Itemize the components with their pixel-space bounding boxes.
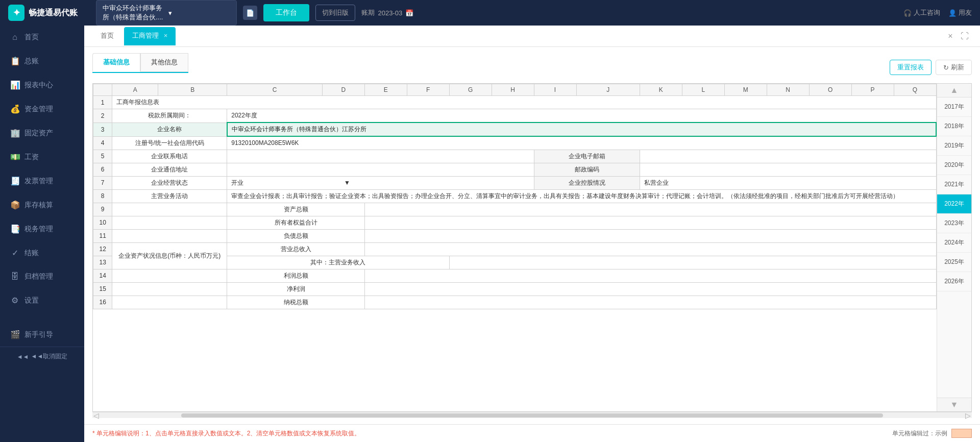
finance-icon: 💰 [10,104,19,114]
horizontal-scrollbar[interactable]: ◁ ▷ [92,412,972,418]
tax-value[interactable] [364,296,936,309]
col-header-h: H [492,84,534,96]
address-value[interactable] [227,163,534,176]
sidebar-item-label: 新手引导 [24,330,53,339]
profit-label: 利润总额 [227,269,365,282]
logo-icon: ✦ [8,5,24,21]
tab-home[interactable]: 首页 [92,27,122,45]
stock-info-label: 企业控股情况 [534,176,640,189]
r11-label [112,229,227,242]
company-selector[interactable]: 中审众环会计师事务所（特殊普通合伙.... ▾ [96,0,237,26]
sidebar-item-tax[interactable]: 📑 税务管理 [0,217,84,241]
year-panel-up[interactable]: ▲ [937,84,971,97]
row-number: 14 [93,269,112,282]
equity-value[interactable] [364,216,936,229]
year-item-2025[interactable]: 2025年 [937,253,971,272]
biz-status-value[interactable]: 开业 ▼ [227,176,534,189]
postcode-value[interactable] [640,163,936,176]
col-header-j: J [576,84,640,96]
sidebar-item-newguide[interactable]: 🎬 新手引导 [0,323,84,347]
reg-number-label: 注册号/统一社会信用代码 [112,136,227,150]
user-menu[interactable]: 👤 用友 [948,8,972,17]
sidebar-item-reports[interactable]: 📊 报表中心 [0,73,84,97]
workbench-button[interactable]: 工作台 [263,4,309,21]
col-header-f: F [407,84,449,96]
year-item-2019[interactable]: 2019年 [937,136,971,156]
table-title-cell[interactable]: 工商年报信息表 [112,96,936,109]
main-layout: ⌂ 首页 📋 总账 📊 报表中心 💰 资金管理 🏢 固定资产 💵 工资 🧾 发票… [0,26,980,442]
phone-value[interactable] [227,150,534,163]
home-icon: ⌂ [10,33,19,42]
sidebar-item-finance[interactable]: 💰 资金管理 [0,97,84,121]
maximize-window-button[interactable]: ⛶ [958,29,972,43]
scroll-right-icon[interactable]: ▷ [959,411,971,420]
sub-tab-other[interactable]: 其他信息 [140,53,188,72]
sidebar-item-assets[interactable]: 🏢 固定资产 [0,121,84,145]
year-item-2021[interactable]: 2021年 [937,175,971,194]
year-item-2017[interactable]: 2017年 [937,97,971,117]
col-header-b: B [158,84,227,96]
net-profit-value[interactable] [364,282,936,296]
reg-number-value[interactable]: 91320100MA208E5W6K [227,136,936,150]
spreadsheet-container[interactable]: A B C D E F G H I J [93,84,937,411]
scroll-left-icon[interactable]: ◁ [93,411,106,420]
sidebar-item-invoice[interactable]: 🧾 发票管理 [0,169,84,193]
stock-info-value[interactable]: 私营企业 [640,176,936,189]
customer-service-button[interactable]: 🎧 人工咨询 [903,8,940,17]
sidebar-item-archive[interactable]: 🗄 归档管理 [0,265,84,288]
year-panel-down[interactable]: ▼ [937,398,971,411]
year-item-2023[interactable]: 2023年 [937,214,971,233]
year-item-2018[interactable]: 2018年 [937,117,971,136]
edit-example-label: 单元格编辑过：示例 [892,429,947,438]
period-info: 账期 2023-03 📅 [361,8,413,17]
sidebar-item-ledger[interactable]: 📋 总账 [0,49,84,73]
row-number: 1 [93,96,112,109]
page-content: 基础信息 其他信息 重置报表 ↻ 刷新 [84,47,980,424]
period-value: 2023-03 [378,9,402,17]
sidebar-item-inventory[interactable]: 📦 库存核算 [0,193,84,217]
refresh-button[interactable]: ↻ 刷新 [936,60,972,75]
switch-version-button[interactable]: 切到旧版 [315,5,355,21]
headset-icon: 🎧 [903,9,912,17]
main-biz-value[interactable]: 审查企业会计报表；出具审计报告；验证企业资本；出具验资报告；办理企业合开、分立、… [227,189,936,203]
report-icon: 📊 [10,80,19,90]
liabilities-value[interactable] [364,229,936,242]
col-header-p: P [851,84,894,96]
scroll-thumb[interactable] [181,413,883,418]
col-header-m: M [724,84,767,96]
tab-close-icon[interactable]: × [164,32,168,39]
main-revenue-value[interactable] [449,256,936,269]
assets-total-value[interactable] [364,203,936,216]
ledger-icon: 📋 [10,56,19,66]
year-item-2022[interactable]: 2022年 [937,194,971,214]
sidebar-item-home[interactable]: ⌂ 首页 [0,26,84,49]
doc-icon[interactable]: 📄 [243,6,257,20]
main-revenue-label: 其中：主营业务收入 [227,256,449,269]
table-row: 6 企业通信地址 邮政编码 [93,163,937,176]
col-header-a: A [112,84,158,96]
table-row: 14 利润总额 [93,269,937,282]
reset-report-button[interactable]: 重置报表 [890,60,932,75]
main-biz-label: 主营业务活动 [112,189,227,203]
revenue-total-value[interactable] [364,242,936,256]
year-item-2026[interactable]: 2026年 [937,272,971,291]
phone-label: 企业联系电话 [112,150,227,163]
calendar-icon[interactable]: 📅 [405,9,413,17]
profit-value[interactable] [364,269,936,282]
guide-icon: 🎬 [10,330,19,339]
sidebar-pin-button[interactable]: ◄◄ ◄◄取消固定 [0,347,84,366]
app-name: 畅捷通易代账 [29,8,78,18]
row-number: 8 [93,189,112,203]
sidebar-item-settings[interactable]: ⚙ 设置 [0,288,84,312]
email-value[interactable] [640,150,936,163]
company-name-value[interactable]: 中审众环会计师事务所（特殊普通合伙）江苏分所 [227,122,936,136]
close-window-button[interactable]: × [943,29,958,43]
year-item-2024[interactable]: 2024年 [937,233,971,253]
tab-business-registration[interactable]: 工商管理 × [124,27,176,45]
period-value-cell[interactable]: 2022年度 [227,109,936,123]
year-item-2020[interactable]: 2020年 [937,156,971,175]
sidebar-item-salary[interactable]: 💵 工资 [0,145,84,169]
bottom-bar: * 单元格编辑说明：1、点击单元格直接录入数值或文本。2、清空单元格数值或文本恢… [84,424,980,442]
sub-tab-basic[interactable]: 基础信息 [92,53,140,72]
sidebar-item-close-accounts[interactable]: ✓ 结账 [0,241,84,265]
